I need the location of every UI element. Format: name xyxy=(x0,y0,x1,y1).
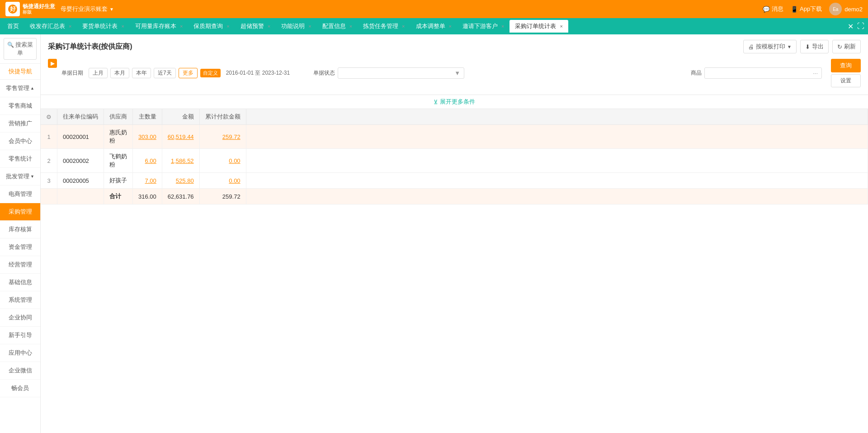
row-paid[interactable]: 0.00 xyxy=(199,173,246,189)
workspace-chevron-icon: ▼ xyxy=(109,7,114,12)
sidebar-item-retail-mgmt[interactable]: 零售管理 ▲ xyxy=(0,80,40,97)
tab-label: 可用量库存账本 xyxy=(135,22,176,30)
ellipsis-icon: ··· xyxy=(813,70,818,76)
filter-toggle-button[interactable]: ▶ xyxy=(48,59,57,68)
row-supplier: 飞鹤奶粉 xyxy=(104,149,133,173)
sidebar-item-enterprise-wechat[interactable]: 企业微信 xyxy=(0,362,40,380)
close-icon[interactable]: × xyxy=(180,24,183,29)
tab-gongneng[interactable]: 功能说明 × xyxy=(276,20,316,33)
row-paid[interactable]: 259.72 xyxy=(199,125,246,149)
sidebar-quick-nav[interactable]: 快捷导航 xyxy=(0,64,40,80)
chevron-down-icon: ⊻ xyxy=(434,99,438,105)
sidebar-item-member-vip[interactable]: 畅会员 xyxy=(0,380,40,397)
row-qty[interactable]: 7.00 xyxy=(133,173,162,189)
sidebar-item-operations[interactable]: 经营管理 xyxy=(0,256,40,274)
shortcut-7days[interactable]: 近7天 xyxy=(154,68,176,78)
status-dropdown[interactable]: ▼ xyxy=(338,67,464,79)
row-extra xyxy=(246,125,868,149)
avatar: Ea xyxy=(829,3,842,15)
close-icon[interactable]: × xyxy=(226,24,229,29)
tab-label: 超储预警 xyxy=(241,22,264,30)
tab-yaoqing[interactable]: 邀请下游客户 × xyxy=(457,20,509,33)
settings-cog-icon[interactable]: ⚙ xyxy=(46,114,52,120)
col-extra xyxy=(246,109,868,125)
row-qty[interactable]: 6.00 xyxy=(133,149,162,173)
sidebar-item-wholesale[interactable]: 批发管理 ▼ xyxy=(0,168,40,186)
filter-row-1: 单据日期 上月 本月 本年 近7天 更多 自定义 2016-01-01 至 20… xyxy=(61,59,861,87)
tab-keyongliang[interactable]: 可用量库存账本 × xyxy=(130,20,188,33)
tab-label: 功能说明 xyxy=(281,22,305,30)
top-bar: 好 畅捷通好生意 标版 母婴行业演示账套 ▼ 💬 消息 📱 App下载 Ea d… xyxy=(0,0,868,18)
close-icon[interactable]: × xyxy=(349,24,352,29)
tab-home[interactable]: 首页 xyxy=(2,22,24,30)
user-menu[interactable]: Ea demo2 xyxy=(829,3,863,15)
expand-more-button[interactable]: ⊻ 展开更多条件 xyxy=(434,98,475,106)
tab-chengben[interactable]: 成本调整单 × xyxy=(410,20,457,33)
shortcut-last-month[interactable]: 上月 xyxy=(89,68,108,78)
sidebar-item-enterprise[interactable]: 企业协同 xyxy=(0,309,40,327)
custom-date-badge: 自定义 xyxy=(200,69,221,77)
tab-yaohuo[interactable]: 要货单统计表 × xyxy=(77,20,129,33)
date-shortcuts: 上月 本月 本年 近7天 更多 自定义 xyxy=(89,68,221,78)
tab-shoufacun[interactable]: 收发存汇总表 × xyxy=(24,20,77,33)
tab-chaochu[interactable]: 超储预警 × xyxy=(235,20,276,33)
settings-button[interactable]: 设置 xyxy=(831,74,861,87)
messages-button[interactable]: 💬 消息 xyxy=(763,5,783,13)
shortcut-this-month[interactable]: 本月 xyxy=(110,68,129,78)
row-amount[interactable]: 60,519.44 xyxy=(162,125,199,149)
sidebar-item-newbie[interactable]: 新手引导 xyxy=(0,327,40,344)
username: demo2 xyxy=(844,6,863,13)
sidebar-item-purchase[interactable]: 采购管理 xyxy=(0,203,40,221)
close-icon[interactable]: × xyxy=(69,24,71,29)
page-header: 采购订单统计表(按供应商) 🖨 按模板打印 ▼ ⬇ 导出 ↻ 刷新 xyxy=(41,34,868,95)
app-download-button[interactable]: 📱 App下载 xyxy=(791,5,822,13)
close-icon[interactable]: × xyxy=(121,24,124,29)
content-area: 采购订单统计表(按供应商) 🖨 按模板打印 ▼ ⬇ 导出 ↻ 刷新 xyxy=(41,34,868,433)
tab-baozhi[interactable]: 保质期查询 × xyxy=(188,20,235,33)
row-qty[interactable]: 303.00 xyxy=(133,125,162,149)
refresh-icon: ↻ xyxy=(837,43,842,50)
close-icon[interactable]: × xyxy=(308,24,311,29)
close-icon[interactable]: × xyxy=(560,24,562,29)
close-icon[interactable]: × xyxy=(402,24,405,29)
main-layout: 🔍 搜索菜单 快捷导航 零售管理 ▲ 零售商城 营销推广 会员中心 零售统计 批… xyxy=(0,34,868,433)
shortcut-this-year[interactable]: 本年 xyxy=(132,68,151,78)
sidebar-item-finance[interactable]: 资金管理 xyxy=(0,238,40,256)
query-button[interactable]: 查询 xyxy=(831,59,861,72)
export-button[interactable]: ⬇ 导出 xyxy=(800,40,829,53)
sidebar-item-ecommerce[interactable]: 电商管理 xyxy=(0,186,40,203)
shortcut-more[interactable]: 更多 xyxy=(179,68,198,78)
home-label: 首页 xyxy=(7,23,19,29)
sidebar-item-sys-mgmt[interactable]: 系统管理 xyxy=(0,291,40,309)
tab-label: 要货单统计表 xyxy=(82,22,118,30)
close-icon[interactable]: × xyxy=(501,24,504,29)
refresh-button[interactable]: ↻ 刷新 xyxy=(832,40,861,53)
tab-caigou-active[interactable]: 采购订单统计表 × xyxy=(509,20,568,33)
row-amount[interactable]: 525.80 xyxy=(162,173,199,189)
sidebar-item-marketing[interactable]: 营销推广 xyxy=(0,115,40,133)
workspace-selector[interactable]: 母婴行业演示账套 ▼ xyxy=(61,5,114,13)
search-menu-button[interactable]: 🔍 搜索菜单 xyxy=(4,38,37,60)
filter-status-group: 单据状态 ▼ xyxy=(313,67,464,79)
sidebar-item-retail-stats[interactable]: 零售统计 xyxy=(0,150,40,168)
tab-jianhuo[interactable]: 拣货任务管理 × xyxy=(358,20,410,33)
sidebar-item-app-center[interactable]: 应用中心 xyxy=(0,344,40,362)
sidebar-item-inventory[interactable]: 库存核算 xyxy=(0,221,40,238)
sidebar-item-retail-shop[interactable]: 零售商城 xyxy=(0,97,40,115)
table-row: 1 00020001 惠氏奶粉 303.00 60,519.44 259.72 xyxy=(41,125,868,149)
close-icon[interactable]: × xyxy=(449,24,452,29)
tab-label: 收发存汇总表 xyxy=(30,22,65,30)
close-icon[interactable]: × xyxy=(268,24,270,29)
row-index: 3 xyxy=(41,173,57,189)
nav-close-icon[interactable]: ✕ xyxy=(848,22,854,31)
sidebar-item-base-info[interactable]: 基础信息 xyxy=(0,274,40,291)
template-print-button[interactable]: 🖨 按模板打印 ▼ xyxy=(743,40,797,53)
sidebar-item-member[interactable]: 会员中心 xyxy=(0,133,40,150)
goods-input[interactable]: ··· xyxy=(704,67,822,79)
row-amount[interactable]: 1,586.52 xyxy=(162,149,199,173)
row-paid[interactable]: 0.00 xyxy=(199,149,246,173)
nav-expand-icon[interactable]: ⛶ xyxy=(857,22,864,30)
tab-peizhi[interactable]: 配置信息 × xyxy=(317,20,358,33)
col-paid: 累计付款金额 xyxy=(199,109,246,125)
filter-section: ▶ 单据日期 上月 本月 本年 近7天 更多 自定义 2016-01-01 至 … xyxy=(48,59,861,95)
